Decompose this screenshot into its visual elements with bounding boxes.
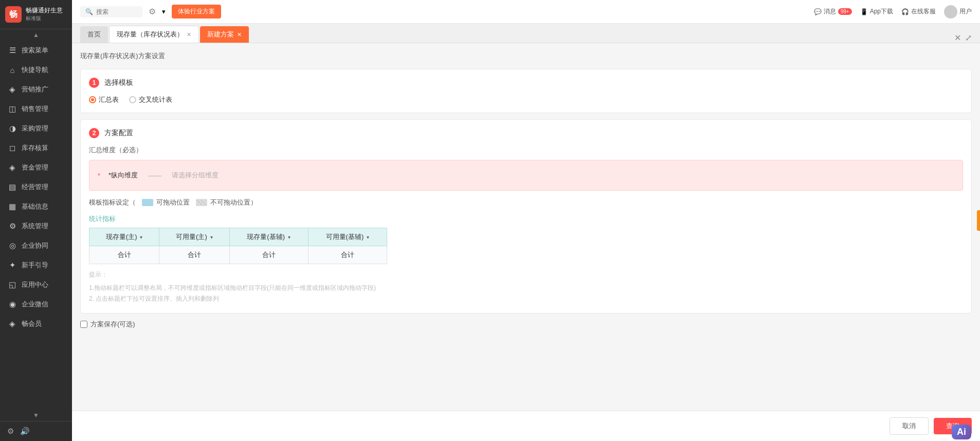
resize-handle[interactable] [977,210,980,231]
sidebar-item-appcenter[interactable]: ◱ 应用中心 [0,275,72,295]
save-option: 方案保存(可选) [80,320,972,329]
sidebar-item-enterprise[interactable]: ◎ 企业协同 [0,236,72,255]
sidebar-item-search[interactable]: ☰ 搜索菜单 [0,41,72,60]
col-chevron-0: ▾ [140,234,142,240]
non-draggable-box [196,199,207,206]
sidebar-item-operations[interactable]: ▤ 经营管理 [0,177,72,197]
dimension-dash: —— [148,172,161,179]
radio-summary-table[interactable]: 汇总表 [89,95,119,104]
basics-nav-icon: ▦ [7,202,17,211]
topbar-app-download[interactable]: 📱 App下载 [860,7,893,16]
topbar-search-area[interactable]: 🔍 [80,6,142,17]
col-sub-2: 合计 [229,246,308,264]
tab-inventory-close[interactable]: ✕ [187,31,191,38]
topbar-user[interactable]: 用户 [944,5,972,19]
tab-new-scheme-close[interactable]: ✕ [237,31,242,38]
sidebar-item-finance[interactable]: ◈ 资金管理 [0,158,72,177]
sidebar-item-label: 经营管理 [22,182,48,192]
money-nav-icon: ◈ [7,163,17,172]
sidebar-scroll-up[interactable]: ▲ [0,29,72,41]
app-version: 标准版 [26,15,63,22]
col-sub-1: 合计 [159,246,229,264]
topbar-search-input[interactable] [96,8,137,15]
phone-icon: 📱 [860,8,868,15]
col-label-0: 现存量(主) [106,232,137,242]
sidebar-item-marketing[interactable]: ◈ 营销推广 [0,80,72,99]
col-header-1[interactable]: 可用量(主) ▾ [159,228,229,246]
cart-nav-icon: ◑ [7,124,17,133]
tab-expand-icon[interactable]: ⤢ [965,33,972,43]
topbar-messages[interactable]: 💬 消息 99+ [814,7,852,16]
topbar-gear-icon[interactable]: ⚙ [149,7,156,16]
col-label-3: 可用量(基辅) [326,232,364,242]
table-row: 合计 合计 合计 合计 [89,246,387,264]
sidebar-item-label: 基础信息 [22,202,48,211]
sidebar-item-label: 资金管理 [22,163,48,172]
app-name: 畅赚通好生意 [26,7,63,15]
sidebar-item-wechat[interactable]: ◉ 企业微信 [0,295,72,314]
dimension-area[interactable]: * *纵向维度 —— 请选择分组维度 [89,160,963,191]
sidebar-item-label: 新手引导 [22,261,48,270]
stats-title: 统计指标 [89,214,963,224]
step1-number: 1 [89,78,99,88]
audio-footer-icon[interactable]: 🔊 [20,427,30,436]
trial-button[interactable]: 体验行业方案 [172,5,221,19]
sidebar-item-inventory[interactable]: ◻ 库存核算 [0,138,72,158]
col-chevron-3: ▾ [367,234,369,240]
step1-header: 1 选择模板 [89,78,963,88]
vertical-dim-label: *纵向维度 [108,171,138,180]
sidebar-item-system[interactable]: ⚙ 系统管理 [0,216,72,236]
cancel-button[interactable]: 取消 [890,417,929,435]
enterprise-nav-icon: ◎ [7,241,17,250]
page-content: 现存量(库存状况表)方案设置 1 选择模板 汇总表 交叉统计表 2 [72,43,980,411]
bottom-actions: 取消 查询 [72,411,980,441]
ai-badge[interactable]: Ai [952,425,971,439]
page-title: 现存量(库存状况表)方案设置 [80,51,972,61]
stats-section: 统计指标 现存量(主) ▾ 可用量 [89,214,963,264]
messages-label: 消息 [824,7,836,16]
sidebar-item-purchase[interactable]: ◑ 采购管理 [0,119,72,138]
draggable-label: 可拖动位置 [156,198,190,207]
sidebar-item-label: 企业微信 [22,300,48,309]
sidebar-item-newguide[interactable]: ✦ 新手引导 [0,255,72,275]
save-option-label: 方案保存(可选) [90,320,135,329]
ops-nav-icon: ▤ [7,182,17,192]
sidebar-item-label: 营销推广 [22,85,48,94]
sidebar-item-label: 销售管理 [22,104,48,114]
tab-inventory[interactable]: 现存量（库存状况表） ✕ [109,26,199,43]
step2-title: 方案配置 [104,128,133,138]
tip-1: 1.拖动标题栏可以调整布局，不可跨维度或指标区域拖动栏目字段(只能在同一维度或指… [89,283,963,294]
tab-home[interactable]: 首页 [80,26,108,43]
radio-summary-dot [89,96,96,103]
sidebar-nav: ☰ 搜索菜单 ⌂ 快捷导航 ◈ 营销推广 ◫ 销售管理 ◑ 采购管理 ◻ 库存核… [0,41,72,410]
search-nav-icon: ☰ [7,46,17,55]
tips-title: 提示： [89,269,963,281]
dimension-row: * *纵向维度 —— 请选择分组维度 [98,171,954,180]
message-icon: 💬 [814,8,822,15]
messages-badge: 99+ [838,8,852,15]
logo-icon: 畅 [5,6,22,23]
topbar-online-service[interactable]: 🎧 在线客服 [901,7,936,16]
tips-section: 提示： 1.拖动标题栏可以调整布局，不可跨维度或指标区域拖动栏目字段(只能在同一… [89,269,963,305]
tab-close-all-icon[interactable]: ✕ [954,33,961,43]
draggable-indicator: 可拖动位置 [142,198,190,207]
radio-crosstab[interactable]: 交叉统计表 [129,95,172,104]
sidebar-item-member[interactable]: ◈ 畅会员 [0,314,72,334]
step1-card: 1 选择模板 汇总表 交叉统计表 [80,69,972,113]
sidebar-scroll-down[interactable]: ▼ [0,410,72,421]
sidebar-item-quicknav[interactable]: ⌂ 快捷导航 [0,60,72,80]
stats-table: 现存量(主) ▾ 可用量(主) ▾ [89,228,387,264]
sidebar-item-sales[interactable]: ◫ 销售管理 [0,99,72,119]
sidebar-item-label: 畅会员 [22,319,42,328]
guide-nav-icon: ✦ [7,261,17,270]
save-checkbox[interactable] [80,321,87,328]
col-header-2[interactable]: 现存量(基辅) ▾ [229,228,308,246]
tab-new-scheme[interactable]: 新建方案 ✕ [200,26,249,43]
settings-footer-icon[interactable]: ⚙ [7,427,14,436]
col-header-0[interactable]: 现存量(主) ▾ [89,228,159,246]
sidebar-item-basics[interactable]: ▦ 基础信息 [0,197,72,216]
col-chevron-1: ▾ [210,234,213,240]
inventory-tab-label: 现存量（库存状况表） [117,30,184,39]
non-draggable-indicator: 不可拖动位置） [196,198,257,207]
col-header-3[interactable]: 可用量(基辅) ▾ [308,228,387,246]
